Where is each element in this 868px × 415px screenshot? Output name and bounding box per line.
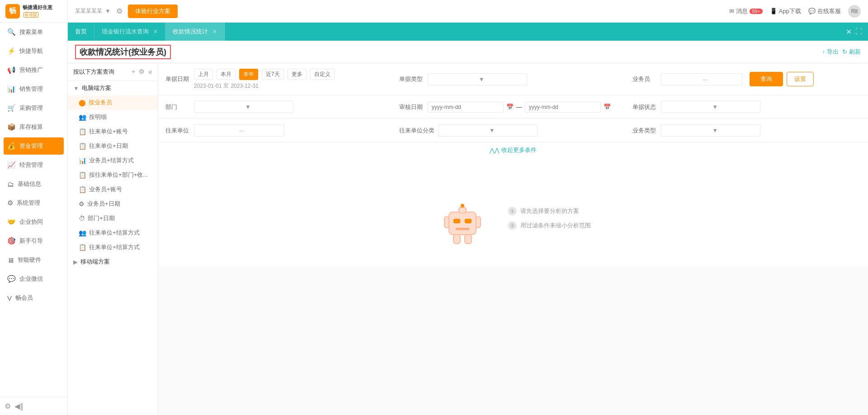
svg-rect-3 — [456, 228, 469, 230]
tabbar-expand-icon[interactable]: ⛶ — [855, 28, 863, 36]
tab-home[interactable]: 首页 — [68, 23, 94, 41]
prev-month-btn[interactable]: 上月 — [194, 69, 213, 80]
collapse-bottom-icon[interactable]: ◀‖ — [14, 402, 24, 410]
tree-item-salesman-settle[interactable]: 📊 业务员+结算方式 — [68, 153, 158, 168]
unit-more-icon[interactable]: ··· — [239, 127, 279, 134]
biz-type-select[interactable]: ▼ — [661, 124, 760, 137]
sidebar-item-wechat[interactable]: 💬 企业微信 — [0, 269, 67, 288]
sidebar-item-finance[interactable]: 💰 资金管理 — [4, 137, 64, 155]
audit-from-cal-icon[interactable]: 📅 — [506, 104, 514, 110]
topbar: 某某某某某 ▼ ⚙ 体验行业方案 ✉ 消息 99+ 📱 App下载 💬 在线客服… — [68, 0, 868, 23]
content-area: 按以下方案查询 + ⚙ « ▼ 电脑端方案 ⬤ 按业务员 👥 按明细 📋 — [68, 63, 868, 415]
audit-to-input[interactable] — [525, 102, 601, 113]
date-filter-label: 单据日期 — [165, 75, 190, 83]
user-avatar[interactable]: Rit — [848, 5, 861, 18]
sidebar-item-sales[interactable]: 📊 销售管理 — [0, 80, 67, 99]
audit-to-cal-icon[interactable]: 📅 — [604, 104, 611, 110]
topbar-gear-icon[interactable]: ⚙ — [116, 7, 123, 15]
tree-parent-mobile: ▶ 移动端方案 — [68, 255, 158, 269]
bank-flow-close-icon[interactable]: ✕ — [153, 28, 158, 35]
inventory-icon: 📦 — [7, 123, 16, 131]
tab-receipt-stats[interactable]: 收款情况统计 ✕ — [165, 23, 225, 41]
receipt-stats-label: 收款情况统计 — [173, 28, 208, 36]
salesman-account-icon: 📋 — [79, 186, 86, 193]
settings-button[interactable]: 设置 — [787, 72, 814, 86]
salesman-date-icon: ⚙ — [79, 200, 85, 208]
tree-item-unit-settle1[interactable]: 👥 往来单位+结算方式 — [68, 226, 158, 240]
sidebar-item-marketing[interactable]: 📢 营销推广 — [0, 61, 67, 80]
sidebar-item-quicknav[interactable]: ⚡ 快捷导航 — [0, 42, 67, 61]
svg-point-5 — [461, 204, 464, 208]
trial-button[interactable]: 体验行业方案 — [128, 5, 178, 18]
marketing-icon: 📢 — [7, 66, 16, 74]
finance-icon: 💰 — [7, 142, 16, 150]
sidebar-item-hardware[interactable]: 🖥 智能硬件 — [0, 250, 67, 269]
date-from-text: 2023-01-01 — [194, 83, 222, 89]
online-service-item[interactable]: 💬 在线客服 — [808, 7, 841, 15]
tab-bank-flow[interactable]: 现金银行流水查询 ✕ — [94, 23, 165, 41]
enterprise-icon: 🤝 — [7, 218, 16, 226]
app-download-item[interactable]: 📱 App下载 — [770, 7, 801, 15]
sidebar-bottom: ⚙ ◀‖ — [0, 397, 67, 415]
sidebar-item-system[interactable]: ⚙ 系统管理 — [0, 193, 67, 212]
custom-date-btn[interactable]: 自定义 — [310, 69, 335, 80]
tree-item-unit-account[interactable]: 📋 往来单位+账号 — [68, 124, 158, 139]
doc-type-select[interactable]: ▼ — [428, 73, 527, 85]
refresh-icon: ↻ — [842, 48, 847, 55]
query-button[interactable]: 查询 — [750, 72, 783, 86]
tree-item-unit-settle2[interactable]: 📋 往来单位+结算方式 — [68, 240, 158, 255]
collapse-scheme-icon[interactable]: « — [148, 68, 152, 76]
empty-steps: ① 请先选择要分析的方案 ② 用过滤条件来缩小分析范围 — [508, 207, 591, 236]
svg-rect-4 — [459, 208, 466, 213]
last7-btn[interactable]: 近7天 — [262, 69, 284, 80]
sidebar-item-basic[interactable]: 🗂 基础信息 — [0, 174, 67, 193]
tree-item-unit-date[interactable]: 📋 往来单位+日期 — [68, 139, 158, 153]
svg-rect-6 — [444, 217, 449, 228]
topbar-right-area: ✉ 消息 99+ 📱 App下载 💬 在线客服 Rit — [729, 5, 861, 18]
receipt-stats-close-icon[interactable]: ✕ — [212, 28, 217, 35]
sidebar-item-guide[interactable]: 🎯 新手引导 — [0, 231, 67, 250]
collapse-bar[interactable]: ⋀⋀ 收起更多条件 — [158, 142, 868, 158]
tree-item-salesman-date[interactable]: ⚙ 业务员+日期 — [68, 197, 158, 211]
tabbar-close-icon[interactable]: ✕ — [846, 28, 852, 36]
tree-item-by-salesman[interactable]: ⬤ 按业务员 — [68, 95, 158, 110]
dept-select[interactable]: ▼ — [194, 101, 293, 113]
sidebar-item-enterprise[interactable]: 🤝 企业协同 — [0, 212, 67, 231]
tree-item-salesman-account[interactable]: 📋 业务员+账号 — [68, 182, 158, 197]
message-item[interactable]: ✉ 消息 99+ — [729, 7, 763, 15]
sidebar-item-operation[interactable]: 📈 经营管理 — [0, 156, 67, 174]
add-scheme-icon[interactable]: + — [132, 68, 135, 76]
doc-type-arrow-icon: ▼ — [479, 76, 522, 83]
sidebar: 畅 畅捷通好生意 标准版 🔍 搜索菜单 ⚡ 快捷导航 📢 营销推广 📊 销售管理… — [0, 0, 68, 415]
sidebar-item-search[interactable]: 🔍 搜索菜单 — [0, 23, 67, 42]
salesman-more-icon[interactable]: ··· — [703, 76, 737, 83]
sidebar-item-inventory[interactable]: 📦 库存核算 — [0, 118, 67, 137]
this-month-btn[interactable]: 本月 — [217, 69, 236, 80]
export-button[interactable]: ↑ 导出 — [822, 48, 839, 56]
settings-bottom-icon[interactable]: ⚙ — [5, 402, 11, 410]
doc-type-filter-item: 单据类型 ▼ — [399, 73, 627, 85]
user-dropdown-icon[interactable]: ▼ — [105, 8, 111, 14]
system-icon: ⚙ — [7, 199, 13, 207]
audit-from-input[interactable] — [428, 102, 504, 113]
salesman-select[interactable]: ··· — [661, 73, 742, 85]
doc-status-label: 单据状态 — [632, 103, 657, 111]
tree-item-unit-dept[interactable]: 📋 按往来单位+部门+收... — [68, 168, 158, 182]
sidebar-item-purchase[interactable]: 🛒 采购管理 — [0, 99, 67, 118]
refresh-button[interactable]: ↻ 刷新 — [842, 48, 861, 56]
filter-row-1: 单据日期 上月 本月 本年 近7天 更多 自定义 2023- — [158, 63, 868, 95]
more-date-btn[interactable]: 更多 — [288, 69, 307, 80]
doc-status-select[interactable]: ▼ — [661, 101, 760, 113]
doc-type-label: 单据类型 — [399, 75, 424, 83]
settings-scheme-icon[interactable]: ⚙ — [139, 68, 145, 76]
tree-item-by-detail[interactable]: 👥 按明细 — [68, 110, 158, 124]
empty-content: ① 请先选择要分析的方案 ② 用过滤条件来缩小分析范围 — [435, 194, 591, 248]
page-header: 收款情况统计(按业务员) ↑ 导出 ↻ 刷新 — [68, 41, 868, 63]
unit-select[interactable]: ··· — [194, 124, 284, 137]
this-year-btn[interactable]: 本年 — [239, 69, 258, 80]
dept-filter-item: 部门 ▼ — [165, 101, 394, 113]
dept-date-icon: ⏱ — [79, 215, 85, 222]
sidebar-item-member[interactable]: V 畅会员 — [0, 288, 67, 307]
tree-item-dept-date[interactable]: ⏱ 部门+日期 — [68, 211, 158, 226]
unit-classify-select[interactable]: ▼ — [438, 124, 538, 137]
